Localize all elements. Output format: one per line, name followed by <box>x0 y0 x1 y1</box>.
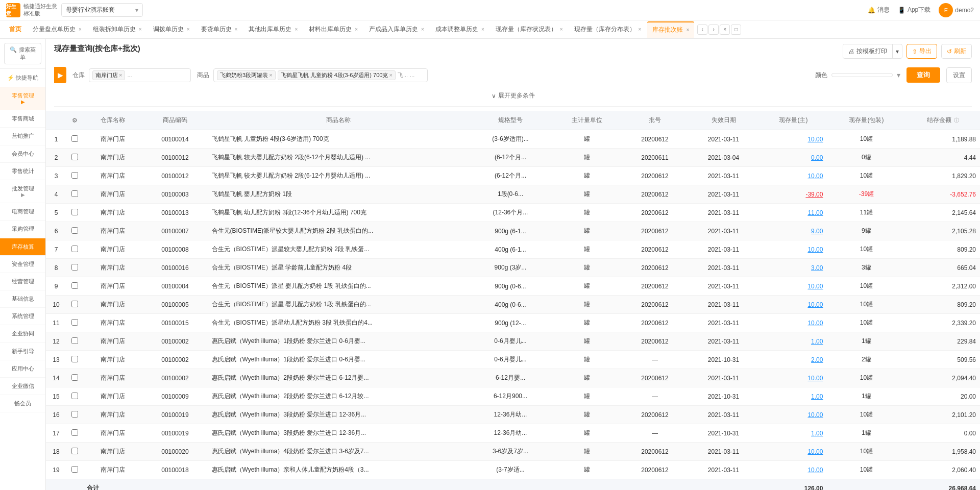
cell-qty-main[interactable]: 10.00 <box>760 369 827 387</box>
tab-chengben[interactable]: 成本调整单历史 × <box>430 21 489 38</box>
tab-close[interactable]: × <box>139 27 142 32</box>
cell-checkbox[interactable] <box>66 167 83 185</box>
tab-close[interactable]: × <box>560 27 563 32</box>
print-btn[interactable]: 🖨 按模板打印 <box>843 44 893 58</box>
row-checkbox[interactable] <box>71 448 78 454</box>
sidebar-item-appcenter[interactable]: 应用中心 <box>0 360 45 378</box>
refresh-btn[interactable]: ↺ 刷新 <box>941 44 972 59</box>
product-tag-2-close[interactable]: × <box>389 72 392 78</box>
tab-close[interactable]: × <box>639 27 642 32</box>
tab-pizheng[interactable]: 库存批次账 × <box>647 21 694 38</box>
tab-yaohuo[interactable]: 要货单历史 × <box>196 21 243 38</box>
setting-btn[interactable]: 设置 <box>946 67 972 83</box>
tab-xianzai2[interactable]: 现存量（库存分布表） × <box>569 21 647 38</box>
nav-arrow-left[interactable]: ‹ <box>697 24 707 35</box>
row-checkbox[interactable] <box>71 356 78 362</box>
row-checkbox[interactable] <box>71 319 78 326</box>
row-checkbox[interactable] <box>71 190 78 197</box>
warehouse-tag-close[interactable]: × <box>119 72 122 78</box>
cell-qty-main[interactable]: 11.00 <box>760 204 827 222</box>
app-download-btn[interactable]: 📱 App下载 <box>898 6 930 14</box>
product-tags-input[interactable]: 飞鹤奶粉3段两罐装 × 飞鹤星飞帆 儿童奶粉 4段(3-6岁适用) 700克 ×… <box>213 68 428 82</box>
sidebar-item-inventory[interactable]: 库存核算 <box>0 238 45 256</box>
cell-checkbox[interactable] <box>66 332 83 351</box>
cell-qty-main[interactable]: 2.00 <box>760 351 827 369</box>
cell-checkbox[interactable] <box>66 443 83 461</box>
cell-checkbox[interactable] <box>66 461 83 479</box>
row-checkbox[interactable] <box>71 393 78 399</box>
color-dropdown-icon[interactable]: ▾ <box>897 71 900 79</box>
cell-qty-main[interactable]: 10.00 <box>760 167 827 185</box>
search-menu-btn[interactable]: 🔍 搜索英单 <box>4 43 41 64</box>
message-btn[interactable]: 🔔 消息 <box>868 6 890 14</box>
sidebar-item-basic[interactable]: 基础信息 <box>0 290 45 308</box>
tab-qitachu[interactable]: 其他出库单历史 × <box>243 21 303 38</box>
cell-qty-main[interactable]: 10.00 <box>760 406 827 424</box>
row-checkbox[interactable] <box>71 264 78 271</box>
tab-xianzai1[interactable]: 现存量（库存状况表） × <box>491 21 568 38</box>
tab-close[interactable]: × <box>187 27 190 32</box>
tab-close[interactable]: × <box>481 27 484 32</box>
cell-checkbox[interactable] <box>66 240 83 259</box>
product-tag-1-close[interactable]: × <box>269 72 272 78</box>
row-checkbox[interactable] <box>71 227 78 234</box>
cell-checkbox[interactable] <box>66 424 83 443</box>
cell-qty-main[interactable]: 10.00 <box>760 130 827 149</box>
cell-checkbox[interactable] <box>66 149 83 167</box>
row-checkbox[interactable] <box>71 466 78 473</box>
cell-checkbox[interactable] <box>66 185 83 204</box>
row-checkbox[interactable] <box>71 374 78 381</box>
cell-qty-main[interactable]: 10.00 <box>760 277 827 296</box>
cell-checkbox[interactable] <box>66 369 83 387</box>
tab-zuhe[interactable]: 组装拆卸单历史 × <box>88 21 147 38</box>
tab-home[interactable]: 首页 <box>4 21 27 38</box>
nav-close-btn[interactable]: × <box>720 24 730 35</box>
sidebar-item-retail[interactable]: 零售管理 ▶ <box>0 87 45 110</box>
tab-close[interactable]: × <box>295 27 298 32</box>
nav-arrow-right[interactable]: › <box>708 24 719 35</box>
tab-fenban[interactable]: 分量盘点单历史 × <box>28 21 87 38</box>
balance-info-icon[interactable]: ⓘ <box>954 117 959 123</box>
sidebar-item-system[interactable]: 系统管理 <box>0 308 45 325</box>
cell-qty-main[interactable]: -39.00 <box>760 185 827 204</box>
tab-close[interactable]: × <box>421 27 424 32</box>
cell-qty-main[interactable]: 10.00 <box>760 461 827 479</box>
cell-checkbox[interactable] <box>66 277 83 296</box>
sidebar-item-ecommerce[interactable]: 电商管理 <box>0 203 45 220</box>
color-tags-input[interactable] <box>831 73 893 77</box>
tab-close[interactable]: × <box>355 27 358 32</box>
print-dropdown-btn[interactable]: ▾ <box>893 45 902 58</box>
th-gear[interactable]: ⚙ <box>66 111 83 130</box>
tab-diaobai[interactable]: 调拨单历史 × <box>148 21 195 38</box>
sidebar-item-member[interactable]: 会员中心 <box>0 145 45 163</box>
sidebar-item-ops[interactable]: 经营管理 <box>0 273 45 290</box>
cell-qty-main[interactable]: 9.00 <box>760 222 827 240</box>
cell-checkbox[interactable] <box>66 259 83 277</box>
cell-qty-main[interactable]: 1.00 <box>760 332 827 351</box>
tab-close-active[interactable]: × <box>686 27 689 33</box>
row-checkbox[interactable] <box>71 301 78 307</box>
warehouse-tags-input[interactable]: 南岸门店 × ... <box>89 68 191 82</box>
cell-checkbox[interactable] <box>66 351 83 369</box>
quick-nav-btn[interactable]: ⚡ 快捷导航 <box>0 71 45 85</box>
user-area[interactable]: E demo2 <box>939 3 974 17</box>
cell-qty-main[interactable]: 10.00 <box>760 314 827 332</box>
sidebar-item-member2[interactable]: 畅会员 <box>0 395 45 412</box>
org-selector[interactable]: 母婴行业演示账套 ▾ <box>61 3 143 17</box>
sidebar-item-enterprise[interactable]: 企业协同 <box>0 325 45 342</box>
row-checkbox[interactable] <box>71 246 78 252</box>
row-checkbox[interactable] <box>71 154 78 160</box>
export-btn[interactable]: ⇧ 导出 <box>906 44 937 59</box>
cell-checkbox[interactable] <box>66 387 83 406</box>
sidebar-item-wechat[interactable]: 企业微信 <box>0 378 45 395</box>
cell-qty-main[interactable]: 0.00 <box>760 149 827 167</box>
sidebar-item-newguide[interactable]: 新手引导 <box>0 343 45 360</box>
cell-qty-main[interactable]: 10.00 <box>760 296 827 314</box>
tab-chanpin[interactable]: 产成品入库单历史 × <box>364 21 429 38</box>
cell-checkbox[interactable] <box>66 204 83 222</box>
cell-checkbox[interactable] <box>66 314 83 332</box>
cell-qty-main[interactable]: 10.00 <box>760 443 827 461</box>
cell-qty-main[interactable]: 3.00 <box>760 259 827 277</box>
cell-qty-main[interactable]: 1.00 <box>760 387 827 406</box>
tab-cailiao[interactable]: 材料出库单历史 × <box>304 21 363 38</box>
